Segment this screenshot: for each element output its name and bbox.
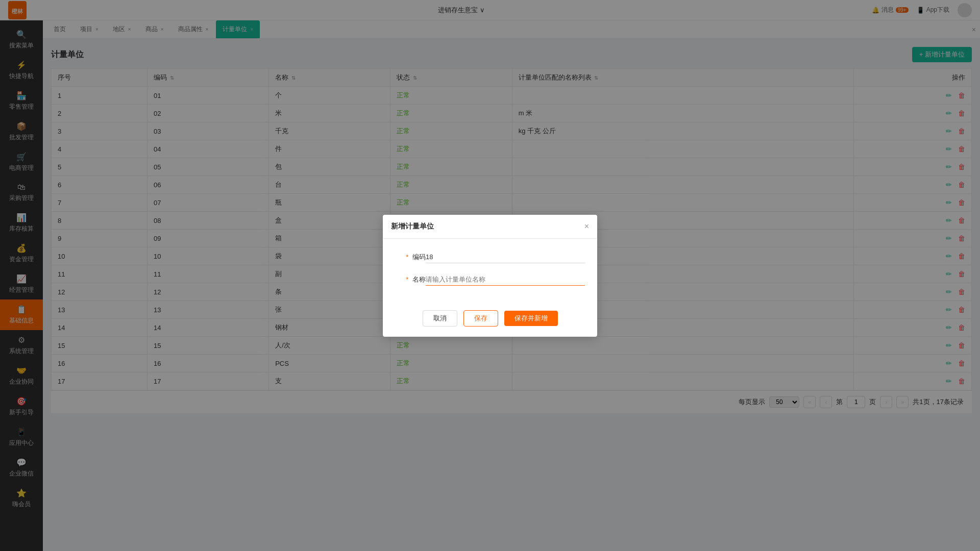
- code-label-text: 编码: [412, 253, 426, 261]
- modal-title: 新增计量单位: [391, 222, 434, 231]
- modal-footer: 取消 保存 保存并新增: [383, 304, 597, 337]
- cancel-button[interactable]: 取消: [423, 310, 457, 327]
- modal-body: * 编码 * 名称: [383, 239, 597, 304]
- name-label-text: 名称: [412, 276, 426, 283]
- name-label: * 名称: [395, 275, 426, 284]
- modal-header: 新增计量单位 ×: [383, 215, 597, 239]
- modal-close-button[interactable]: ×: [584, 222, 589, 231]
- code-label: * 编码: [395, 253, 426, 262]
- name-form-row: * 名称: [395, 273, 585, 286]
- save-and-new-button[interactable]: 保存并新增: [504, 311, 558, 326]
- code-form-row: * 编码: [395, 251, 585, 263]
- name-input[interactable]: [426, 273, 585, 286]
- save-button[interactable]: 保存: [463, 310, 498, 327]
- add-unit-modal: 新增计量单位 × * 编码 * 名称 取消 保存 保存并新增: [383, 215, 597, 337]
- code-input[interactable]: [426, 251, 585, 263]
- modal-overlay: 新增计量单位 × * 编码 * 名称 取消 保存 保存并新增: [0, 0, 980, 551]
